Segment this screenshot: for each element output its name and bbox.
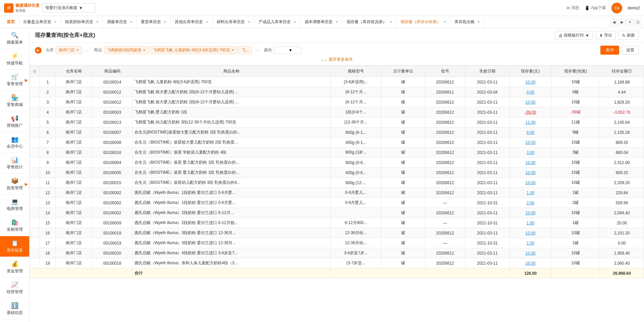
color-filter: 颜色 ▼: [264, 47, 301, 54]
tab-6[interactable]: 材料出库单历史 ✕: [213, 16, 255, 28]
table-cell[interactable]: 2.00: [510, 198, 551, 208]
message-btn[interactable]: ✉ 消息: [567, 5, 579, 11]
table-cell: 20.00: [600, 218, 644, 228]
table-footer: 合计 126.00 26,968.64: [30, 268, 644, 278]
tab-8[interactable]: 成本调整单历史 ✕: [301, 16, 342, 28]
close-icon[interactable]: ✕: [443, 20, 446, 24]
close-icon[interactable]: ✕: [96, 20, 99, 24]
sidebar-item-operation[interactable]: 📈 经营管理: [0, 278, 29, 299]
nav-close-btn[interactable]: ✕: [627, 19, 633, 25]
tab-4[interactable]: 要货单历史 ✕: [137, 16, 171, 28]
table-cell[interactable]: 11.00: [510, 117, 551, 127]
table-cell[interactable]: 10.00: [510, 258, 551, 268]
filter-expand-btn[interactable]: ▶: [35, 47, 42, 54]
tag-close-icon[interactable]: ✕: [76, 48, 79, 52]
print-btn[interactable]: 🖨 按模板打印 ▼: [555, 31, 593, 40]
close-icon[interactable]: ✕: [477, 20, 480, 24]
table-cell: 20200612: [425, 178, 465, 188]
table-cell: 3: [40, 97, 56, 107]
table-cell[interactable]: 10.00: [510, 228, 551, 238]
table-cell[interactable]: 1.00: [510, 238, 551, 248]
sidebar-item-search[interactable]: 🔍 搜索菜单: [0, 28, 29, 49]
tab-3[interactable]: 调拨单历史 ✕: [103, 16, 137, 28]
sidebar-label: 快捷导航: [1, 60, 28, 66]
table-cell[interactable]: 9.00: [510, 127, 551, 138]
table-cell[interactable]: 1.00: [510, 218, 551, 228]
close-icon[interactable]: ✕: [293, 20, 296, 24]
sidebar-item-base[interactable]: ℹ️ 基础信息: [0, 299, 29, 319]
table-cell: 12: [40, 188, 56, 198]
sidebar-item-inventory[interactable]: 📋 库存核算: [0, 236, 29, 257]
sidebar-item-nav[interactable]: ⚡ 快捷导航: [0, 49, 29, 70]
nav-expand-btn[interactable]: ⊡: [635, 19, 641, 25]
member-icon: 👥: [1, 136, 28, 143]
sidebar-item-member[interactable]: 👥 会员中心: [0, 132, 29, 153]
table-cell: 6: [40, 127, 56, 138]
table-cell[interactable]: 1.00: [510, 188, 551, 198]
close-icon[interactable]: ✕: [206, 20, 208, 24]
table-cell[interactable]: 10.00: [510, 138, 551, 148]
table-row: 10南岸门店00100005合生元（BIOSTIME）派星 婴儿配方奶粉 1段 …: [30, 168, 644, 178]
sidebar-item-stat[interactable]: 📊 零售统计: [0, 153, 29, 174]
table-cell[interactable]: 10.00: [510, 208, 551, 218]
table-cell: 665.04: [600, 148, 644, 158]
table-cell: 罐: [381, 158, 425, 168]
close-icon[interactable]: ✕: [335, 20, 338, 24]
color-select[interactable]: ▼: [274, 47, 301, 54]
sidebar-item-retail[interactable]: 🛒 零售管理 ▶: [0, 70, 29, 91]
settings-gear-icon[interactable]: ⚙: [33, 69, 37, 74]
table-cell[interactable]: 3.00: [510, 148, 551, 158]
sidebar-item-shop[interactable]: 🏪 零售商城: [0, 91, 29, 111]
th-settings[interactable]: ⚙: [30, 66, 40, 77]
tab-7[interactable]: 产成品入库单历史 ✕: [255, 16, 301, 28]
tag-close-icon[interactable]: ✕: [231, 48, 234, 52]
nav-next-btn[interactable]: ▶: [619, 19, 625, 25]
refresh-btn[interactable]: ↻ 刷新: [619, 31, 639, 40]
table-cell: 00100013: [92, 117, 132, 127]
tag-close-icon[interactable]: ✕: [143, 48, 146, 52]
table-row: 3南岸门店00100012飞鹤星飞帆 较大婴儿配方奶粉 2段(6-12个月婴幼儿…: [30, 97, 644, 107]
sidebar-item-wholesale[interactable]: 📦 批发管理 ▶: [0, 174, 29, 195]
tab-2[interactable]: 组装拆卸单历史 ✕: [61, 16, 103, 28]
expand-more-btn[interactable]: ⌄⌄ 展开更多条件: [321, 57, 353, 62]
close-icon[interactable]: ✕: [130, 20, 132, 24]
sidebar-item-ecom[interactable]: 💻 电商管理: [0, 195, 29, 215]
table-cell: 20200612: [425, 188, 465, 198]
close-icon[interactable]: ✕: [248, 20, 250, 24]
sidebar-item-finance[interactable]: 💰 资金管理: [0, 257, 29, 278]
table-cell[interactable]: 10.00: [510, 97, 551, 107]
table-cell[interactable]: -39.00: [510, 107, 551, 117]
close-icon[interactable]: ✕: [164, 20, 166, 24]
sidebar-item-marketing[interactable]: 📢 营销推广: [0, 111, 29, 132]
sidebar-item-purchase[interactable]: 🛍️ 采购管理: [0, 215, 29, 236]
table-cell[interactable]: 10.00: [510, 77, 551, 87]
product-more[interactable]: ···: [254, 48, 260, 53]
query-btn[interactable]: 查询: [600, 46, 619, 55]
tab-1[interactable]: 分量盘点单历史 ✕: [19, 16, 61, 28]
industry-select[interactable]: 母婴行业演示账套 ▼: [42, 3, 96, 12]
tab-9[interactable]: 现存量（库存状况表） ✕: [342, 16, 396, 28]
tab-11[interactable]: 库存批次账 ✕: [450, 16, 484, 28]
table-cell[interactable]: 10.00: [510, 168, 551, 178]
sidebar-label: 批发管理: [1, 185, 28, 191]
tab-home[interactable]: 首页: [3, 16, 19, 28]
tab-10[interactable]: 现存量（库存分布表） ✕: [396, 16, 450, 28]
warehouse-more[interactable]: ···: [84, 48, 90, 53]
tab-5[interactable]: 其他出库单历史 ✕: [171, 16, 213, 28]
close-icon[interactable]: ✕: [54, 20, 57, 24]
app-download-btn[interactable]: 📱 App下载: [585, 5, 606, 11]
export-btn[interactable]: ⬆ 导出: [596, 31, 616, 40]
user-avatar[interactable]: Ea: [611, 3, 622, 13]
nav-prev-btn[interactable]: ◀: [610, 19, 617, 25]
close-icon[interactable]: ✕: [389, 20, 392, 24]
table-cell[interactable]: 10.00: [510, 178, 551, 188]
settings-btn[interactable]: 设置: [622, 46, 639, 55]
table-cell[interactable]: 0.00: [510, 87, 551, 97]
table-cell[interactable]: 10.00: [510, 158, 551, 168]
table-row: 18南岸门店00100020惠氏启赋（Wyeth illuma）4段奶粉 爱尔兰…: [30, 248, 644, 258]
sidebar-item-system[interactable]: ⚙️ 系统管理: [0, 319, 29, 322]
table-cell[interactable]: 10.00: [510, 248, 551, 258]
purchase-icon: 🛍️: [1, 219, 28, 226]
table-cell: [30, 138, 40, 148]
table-cell: 10罐: [551, 258, 600, 268]
